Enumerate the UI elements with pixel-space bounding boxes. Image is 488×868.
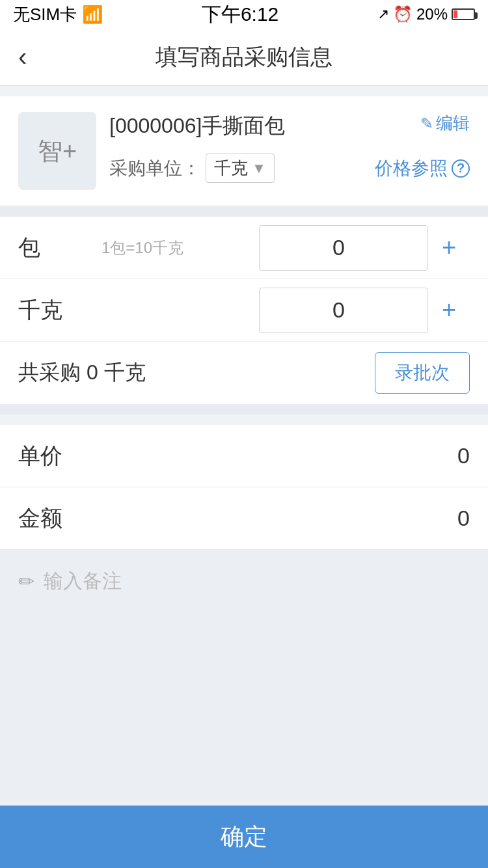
amount-value: 0 <box>457 506 470 531</box>
confirm-label: 确定 <box>221 821 267 853</box>
kg-input-right: + <box>259 288 470 333</box>
battery-percent: 20% <box>416 5 448 23</box>
product-unit-row: 采购单位： 千克 ▼ 价格参照 ? <box>109 154 470 183</box>
location-icon: ↗ <box>377 6 389 23</box>
bao-input[interactable] <box>259 225 428 271</box>
kg-label: 千克 <box>18 295 96 325</box>
status-right: ↗ ⏰ 20% <box>377 5 475 23</box>
amount-label: 金额 <box>18 504 62 534</box>
unit-price-row: 单价 0 <box>0 425 488 487</box>
product-card: 智+ [0000006]手撕面包 ✎ 编辑 采购单位： 千克 ▼ 价格参照 ? <box>0 96 488 206</box>
page-title: 填写商品采购信息 <box>156 42 332 72</box>
kg-input[interactable] <box>259 288 428 333</box>
note-section[interactable]: ✏ 输入备注 <box>0 550 488 613</box>
alarm-icon: ⏰ <box>393 5 413 23</box>
product-info: [0000006]手撕面包 ✎ 编辑 采购单位： 千克 ▼ 价格参照 ? <box>109 112 470 183</box>
amount-row: 金额 0 <box>0 487 488 550</box>
confirm-button[interactable]: 确定 <box>0 806 488 868</box>
unit-prefix: 采购单位： <box>109 156 200 181</box>
summary-row: 共采购 0 千克 录批次 <box>0 342 488 404</box>
bao-sublabel: 1包=10千克 <box>102 237 183 258</box>
bao-plus-button[interactable]: + <box>428 225 470 271</box>
status-left: 无SIM卡 📶 <box>13 3 103 26</box>
kg-plus-button[interactable]: + <box>428 288 470 333</box>
product-header: [0000006]手撕面包 ✎ 编辑 <box>109 112 470 141</box>
bao-input-row: 包 1包=10千克 + <box>0 217 488 279</box>
unit-value: 千克 <box>214 157 248 180</box>
note-placeholder: 输入备注 <box>44 568 122 595</box>
price-ref-button[interactable]: 价格参照 ? <box>375 156 470 181</box>
unit-price-label: 单价 <box>18 441 62 471</box>
separator-2 <box>0 404 488 414</box>
edit-button[interactable]: ✎ 编辑 <box>420 112 470 135</box>
dropdown-arrow-icon: ▼ <box>252 160 266 177</box>
status-time: 下午6:12 <box>202 1 278 28</box>
bao-label: 包 <box>18 233 96 263</box>
pencil-icon: ✏ <box>18 570 34 593</box>
battery-icon <box>452 8 475 20</box>
wifi-icon: 📶 <box>82 5 103 25</box>
help-icon: ? <box>452 159 470 178</box>
price-section: 单价 0 金额 0 <box>0 425 488 550</box>
separator-1 <box>0 206 488 217</box>
status-bar: 无SIM卡 📶 下午6:12 ↗ ⏰ 20% <box>0 0 488 29</box>
unit-selector[interactable]: 千克 ▼ <box>206 154 275 183</box>
input-section: 包 1包=10千克 + 千克 + <box>0 217 488 342</box>
product-name: [0000006]手撕面包 <box>109 112 420 141</box>
unit-selector-wrap: 采购单位： 千克 ▼ <box>109 154 275 183</box>
nav-bar: ‹ 填写商品采购信息 <box>0 29 488 86</box>
price-ref-label: 价格参照 <box>375 156 448 181</box>
carrier-label: 无SIM卡 <box>13 3 77 26</box>
bao-input-right: + <box>259 225 470 271</box>
batch-button[interactable]: 录批次 <box>375 352 470 394</box>
product-image-label: 智+ <box>38 135 77 168</box>
bottom-area <box>0 613 488 808</box>
summary-text: 共采购 0 千克 <box>18 359 146 387</box>
edit-label: 编辑 <box>436 112 470 135</box>
unit-price-value: 0 <box>457 443 470 468</box>
product-image: 智+ <box>18 112 96 190</box>
back-button[interactable]: ‹ <box>18 42 27 72</box>
kg-input-row: 千克 + <box>0 279 488 342</box>
edit-icon: ✎ <box>420 115 433 133</box>
